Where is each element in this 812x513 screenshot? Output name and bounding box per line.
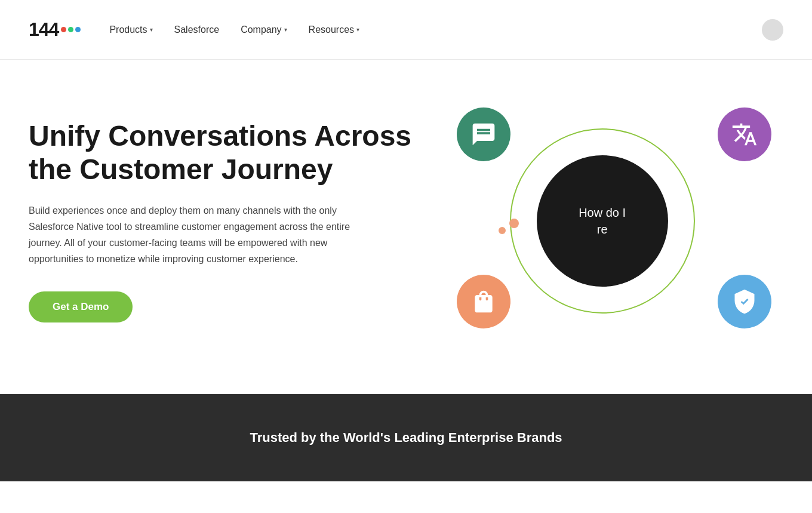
- nav-item-resources[interactable]: Resources ▾: [309, 24, 359, 35]
- footer-banner: Trusted by the World's Leading Enterpris…: [0, 394, 812, 481]
- ring-dot-small: [499, 227, 506, 234]
- dot-blue: [75, 27, 81, 32]
- hero-section: Unify Conversations Across the Customer …: [0, 60, 812, 394]
- chevron-down-icon-company: ▾: [284, 26, 287, 33]
- shop-icon: [470, 288, 497, 315]
- chat-icon-circle: [457, 107, 510, 161]
- translate-icon-circle: [718, 107, 771, 161]
- logo[interactable]: 144: [29, 19, 81, 41]
- shop-icon-circle: [457, 275, 510, 328]
- ring-dot-large: [509, 219, 519, 228]
- hero-description: Build experiences once and deploy them o…: [29, 202, 363, 268]
- trusted-text: Trusted by the World's Leading Enterpris…: [29, 430, 783, 446]
- nav-links: Products ▾ Salesforce Company ▾ Resource…: [109, 24, 359, 35]
- dot-green: [68, 27, 73, 32]
- nav-item-products[interactable]: Products ▾: [109, 24, 152, 35]
- nav-salesforce-label: Salesforce: [174, 24, 220, 35]
- nav-resources-label: Resources: [309, 24, 354, 35]
- nav-item-company[interactable]: Company ▾: [241, 24, 287, 35]
- hero-title: Unify Conversations Across the Customer …: [29, 119, 421, 185]
- shield-star-icon: [731, 288, 758, 315]
- logo-text: 144: [29, 19, 59, 41]
- chevron-down-icon-resources: ▾: [356, 26, 359, 33]
- center-circle: How do I re: [537, 155, 668, 287]
- center-circle-text: How do I re: [579, 204, 626, 238]
- avatar[interactable]: [762, 19, 783, 41]
- chevron-down-icon: ▾: [150, 26, 153, 33]
- logo-dots: [61, 27, 81, 32]
- navbar: 144 Products ▾ Salesforce Company ▾: [0, 0, 812, 60]
- dot-red: [61, 27, 66, 32]
- nav-products-label: Products: [109, 24, 147, 35]
- chat-icon: [470, 121, 497, 148]
- shield-icon-circle: [718, 275, 771, 328]
- hero-left: Unify Conversations Across the Customer …: [29, 119, 421, 322]
- hero-illustration: How do I re: [421, 96, 783, 346]
- nav-item-salesforce[interactable]: Salesforce: [174, 24, 220, 35]
- nav-company-label: Company: [241, 24, 281, 35]
- translate-icon: [731, 121, 758, 148]
- get-demo-button[interactable]: Get a Demo: [29, 291, 133, 322]
